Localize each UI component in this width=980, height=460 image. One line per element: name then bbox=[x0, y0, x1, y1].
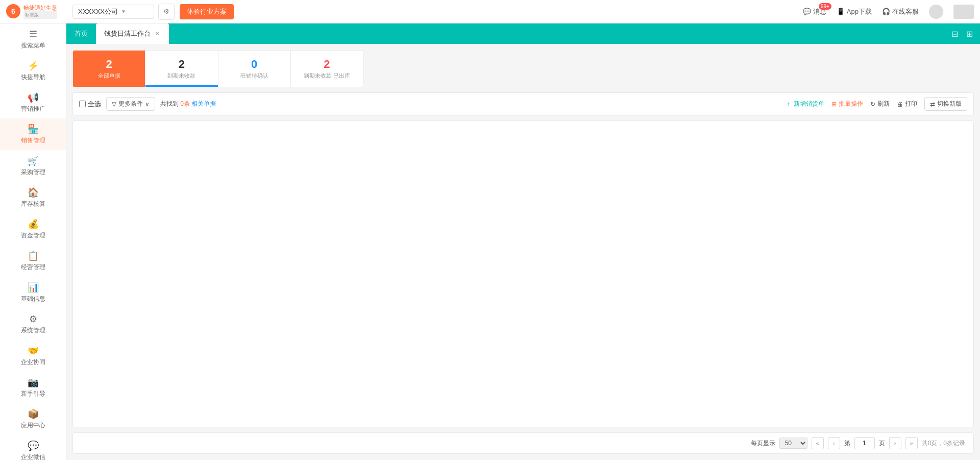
print-icon: 🖨 bbox=[897, 101, 903, 108]
online-service-button[interactable]: 🎧 在线客服 bbox=[882, 7, 919, 16]
app-download-button[interactable]: 📱 App下载 bbox=[837, 7, 872, 16]
stat-card-overdue[interactable]: 2 到期未收款 bbox=[145, 51, 218, 87]
company-selector[interactable]: XXXXXX公司 ▼ bbox=[72, 5, 154, 19]
sidebar-item-label: 采购管理 bbox=[21, 168, 45, 177]
stat-number-overdue: 2 bbox=[156, 58, 207, 71]
toolbar-right: ＋ 新增销货单 ⊞ 批量操作 ↻ 刷新 🖨 打印 bbox=[786, 97, 967, 111]
per-page-select[interactable]: 50 20 100 200 bbox=[779, 438, 807, 449]
related-records-link[interactable]: 相关单据 bbox=[191, 100, 216, 107]
print-button[interactable]: 🖨 打印 bbox=[897, 100, 917, 108]
message-button[interactable]: 💬 消息 99+ bbox=[803, 7, 826, 16]
next-page-icon: › bbox=[894, 440, 896, 446]
sidebar-item-inventory[interactable]: 🏠 库存核算 bbox=[0, 182, 66, 213]
user-menu[interactable] bbox=[953, 5, 974, 19]
prev-page-button[interactable]: ‹ bbox=[828, 437, 840, 449]
settings-button[interactable]: ⚙ bbox=[158, 4, 175, 20]
sidebar-item-label: 资金管理 bbox=[21, 231, 45, 240]
content-area: 首页 钱货日清工作台 ✕ ⊟ ⊞ 2 全部单据 2 bbox=[66, 23, 980, 460]
sidebar-item-search[interactable]: ☰ 搜索菜单 bbox=[0, 23, 66, 55]
marketing-icon: 📢 bbox=[28, 92, 39, 103]
search-menu-icon: ☰ bbox=[29, 29, 37, 40]
select-all-checkbox[interactable]: 全选 bbox=[79, 100, 101, 109]
sidebar-item-system[interactable]: ⚙ 系统管理 bbox=[0, 308, 66, 340]
gear-icon: ⚙ bbox=[163, 8, 169, 15]
app-download-label: App下载 bbox=[847, 7, 872, 16]
stat-label-all: 全部单据 bbox=[83, 72, 135, 80]
batch-operation-button[interactable]: ⊞ 批量操作 bbox=[831, 100, 863, 108]
message-badge: 99+ bbox=[819, 3, 831, 10]
select-all-label: 全选 bbox=[88, 100, 101, 109]
refresh-button[interactable]: ↻ 刷新 bbox=[870, 100, 890, 108]
toolbar: 全选 ▽ 更多条件 ∨ 共找到 0条 相关单据 ＋ 新增销货单 bbox=[72, 92, 974, 115]
sidebar-item-label: 基础信息 bbox=[21, 295, 45, 303]
sidebar-item-label: 库存核算 bbox=[21, 200, 45, 208]
add-sales-order-button[interactable]: ＋ 新增销货单 bbox=[786, 100, 824, 108]
tab-workbench[interactable]: 钱货日清工作台 ✕ bbox=[96, 23, 169, 44]
found-text: 共找到 0条 相关单据 bbox=[160, 100, 216, 108]
next-page-button[interactable]: › bbox=[889, 437, 901, 449]
per-page-label: 每页显示 bbox=[751, 439, 775, 448]
sidebar-item-operations[interactable]: 📋 经营管理 bbox=[0, 245, 66, 277]
sidebar-item-label: 系统管理 bbox=[21, 326, 45, 335]
first-page-icon: « bbox=[816, 440, 819, 446]
tab-expand-icon[interactable]: ⊞ bbox=[964, 27, 975, 41]
stat-progress-overdue bbox=[145, 85, 217, 87]
header-right: 💬 消息 99+ 📱 App下载 🎧 在线客服 bbox=[803, 5, 974, 19]
sidebar-item-tutorial[interactable]: 📷 新手引导 bbox=[0, 372, 66, 403]
sidebar-item-enterprise[interactable]: 🤝 企业协同 bbox=[0, 340, 66, 372]
purchase-icon: 🛒 bbox=[28, 155, 39, 166]
avatar[interactable] bbox=[929, 5, 943, 19]
app-tag: 标准版 bbox=[23, 11, 57, 19]
tab-home[interactable]: 首页 bbox=[66, 23, 96, 44]
sidebar-item-purchase[interactable]: 🛒 采购管理 bbox=[0, 150, 66, 182]
stat-card-shipped[interactable]: 2 到期未收款 已出库 bbox=[291, 51, 363, 87]
refresh-icon: ↻ bbox=[870, 101, 875, 108]
page-number-input[interactable] bbox=[854, 437, 875, 449]
basic-info-icon: 📊 bbox=[28, 282, 39, 293]
stat-card-wangpu[interactable]: 0 旺铺待确认 bbox=[218, 51, 291, 87]
logo-text-block: 畅捷通好生意 标准版 bbox=[23, 4, 57, 19]
first-page-button[interactable]: « bbox=[812, 437, 824, 449]
sidebar-item-app-center[interactable]: 📦 应用中心 bbox=[0, 403, 66, 435]
stat-label-shipped: 到期未收款 已出库 bbox=[301, 72, 353, 80]
tab-workbench-label: 钱货日清工作台 bbox=[104, 29, 151, 38]
pagination-bar: 每页显示 50 20 100 200 « ‹ 第 页 › bbox=[72, 432, 974, 454]
stat-number-all: 2 bbox=[83, 58, 135, 71]
sidebar-item-label: 快捷导航 bbox=[21, 73, 45, 82]
batch-label: 批量操作 bbox=[839, 100, 863, 108]
sidebar-item-wechat[interactable]: 💬 企业微信 bbox=[0, 435, 66, 460]
sidebar-item-sales[interactable]: 🏪 销售管理 bbox=[0, 118, 66, 150]
switch-version-button[interactable]: ⇄ 切换新版 bbox=[924, 97, 967, 111]
online-service-label: 在线客服 bbox=[892, 7, 919, 16]
stat-number-wangpu: 0 bbox=[229, 58, 280, 71]
finance-icon: 💰 bbox=[28, 219, 39, 230]
logo-area: 6 畅捷通好生意 标准版 bbox=[6, 4, 72, 19]
company-name: XXXXXX公司 bbox=[78, 7, 118, 16]
sidebar-item-basic-info[interactable]: 📊 基础信息 bbox=[0, 277, 66, 308]
sidebar-item-marketing[interactable]: 📢 营销推广 bbox=[0, 87, 66, 118]
stat-label-wangpu: 旺铺待确认 bbox=[229, 72, 280, 80]
sidebar-item-label: 营销推广 bbox=[21, 105, 45, 113]
sidebar-item-label: 企业微信 bbox=[21, 453, 45, 460]
last-page-icon: » bbox=[910, 440, 913, 446]
operations-icon: 📋 bbox=[28, 250, 39, 261]
sidebar-item-label: 新手引导 bbox=[21, 390, 45, 398]
tab-home-label: 首页 bbox=[75, 29, 88, 38]
filter-button[interactable]: ▽ 更多条件 ∨ bbox=[106, 97, 155, 111]
stat-card-all[interactable]: 2 全部单据 bbox=[73, 51, 145, 87]
sales-icon: 🏪 bbox=[28, 124, 39, 135]
sidebar-item-quick-nav[interactable]: ⚡ 快捷导航 bbox=[0, 55, 66, 87]
system-icon: ⚙ bbox=[29, 313, 37, 325]
experience-button[interactable]: 体验行业方案 bbox=[180, 4, 234, 19]
sidebar-item-finance[interactable]: 💰 资金管理 bbox=[0, 213, 66, 245]
prev-page-icon: ‹ bbox=[833, 440, 835, 446]
tab-close-icon[interactable]: ✕ bbox=[154, 29, 161, 38]
tab-minimize-icon[interactable]: ⊟ bbox=[949, 27, 960, 41]
filter-chevron-icon: ∨ bbox=[145, 101, 150, 108]
select-all-input[interactable] bbox=[79, 101, 86, 107]
total-info: 共0页，0条记录 bbox=[922, 439, 965, 448]
top-header: 6 畅捷通好生意 标准版 XXXXXX公司 ▼ ⚙ 体验行业方案 💬 消息 99… bbox=[0, 0, 980, 23]
table-area bbox=[72, 120, 974, 427]
stats-row: 2 全部单据 2 到期未收款 0 旺铺待确认 2 到期未收款 已出库 bbox=[72, 50, 363, 87]
last-page-button[interactable]: » bbox=[905, 437, 918, 449]
